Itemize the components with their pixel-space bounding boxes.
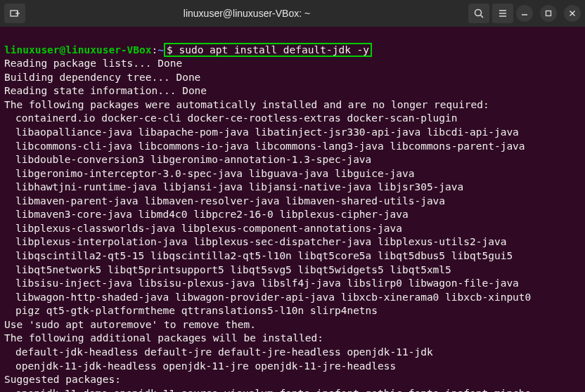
output-line: Use 'sudo apt autoremove' to remove them… bbox=[4, 319, 256, 330]
output-line: libaopalliance-java libapache-pom-java l… bbox=[4, 126, 581, 140]
prompt-path: ~ bbox=[158, 44, 164, 55]
output-line: libmaven3-core-java libmd4c0 libpcre2-16… bbox=[4, 208, 581, 222]
prompt-colon: : bbox=[152, 44, 158, 55]
output-line: openjdk-11-jdk-headless openjdk-11-jre o… bbox=[4, 360, 581, 374]
output-line: Reading state information... Done bbox=[4, 85, 207, 96]
output-line: libplexus-classworlds-java libplexus-com… bbox=[4, 222, 581, 236]
menu-button[interactable] bbox=[492, 4, 513, 23]
output-line: libgeronimo-interceptor-3.0-spec-java li… bbox=[4, 167, 581, 181]
output-line: The following additional packages will b… bbox=[4, 332, 323, 344]
window-title: linuxuser@linuxuser-VBox: ~ bbox=[28, 8, 465, 19]
titlebar: linuxuser@linuxuser-VBox: ~ bbox=[0, 0, 585, 27]
minimize-button[interactable] bbox=[516, 5, 533, 22]
output-line: default-jdk-headless default-jre default… bbox=[4, 346, 581, 360]
output-line: libqscintilla2-qt5-15 libqscintilla2-qt5… bbox=[4, 249, 581, 263]
output-line: pigz qt5-gtk-platformtheme qttranslation… bbox=[4, 304, 581, 318]
command-highlight-box: $ sudo apt install default-jdk -y bbox=[164, 43, 372, 57]
output-line: libdouble-conversion3 libgeronimo-annota… bbox=[4, 153, 581, 167]
output-line: Suggested packages: bbox=[4, 374, 121, 385]
new-tab-button[interactable] bbox=[4, 4, 25, 23]
terminal-content[interactable]: linuxuser@linuxuser-VBox:~$ sudo apt ins… bbox=[0, 27, 585, 392]
output-line: libplexus-interpolation-java libplexus-s… bbox=[4, 235, 581, 249]
output-line: Reading package lists... Done bbox=[4, 58, 182, 69]
maximize-button[interactable] bbox=[540, 5, 557, 22]
output-line: libsisu-inject-java libsisu-plexus-java … bbox=[4, 277, 581, 291]
output-line: libhawtjni-runtime-java libjansi-java li… bbox=[4, 181, 581, 195]
prompt-dollar: $ bbox=[167, 44, 179, 55]
output-line: libqt5network5 libqt5printsupport5 libqt… bbox=[4, 263, 581, 277]
svg-rect-9 bbox=[546, 11, 551, 16]
search-button[interactable] bbox=[468, 4, 489, 23]
output-line: openjdk-11-demo openjdk-11-source visual… bbox=[4, 387, 581, 392]
svg-line-4 bbox=[481, 15, 484, 18]
close-button[interactable] bbox=[564, 5, 581, 22]
output-line: containerd.io docker-ce-cli docker-ce-ro… bbox=[4, 112, 581, 126]
output-line: The following packages were automaticall… bbox=[4, 99, 489, 110]
output-line: libwagon-http-shaded-java libwagon-provi… bbox=[4, 291, 581, 305]
command-text: sudo apt install default-jdk -y bbox=[179, 44, 369, 55]
output-line: libmaven-parent-java libmaven-resolver-j… bbox=[4, 195, 581, 209]
prompt-host: linuxuser@linuxuser-VBox bbox=[4, 44, 152, 55]
output-line: Building dependency tree... Done bbox=[4, 72, 200, 83]
output-line: libcommons-cli-java libcommons-io-java l… bbox=[4, 140, 581, 154]
svg-point-3 bbox=[475, 10, 482, 16]
